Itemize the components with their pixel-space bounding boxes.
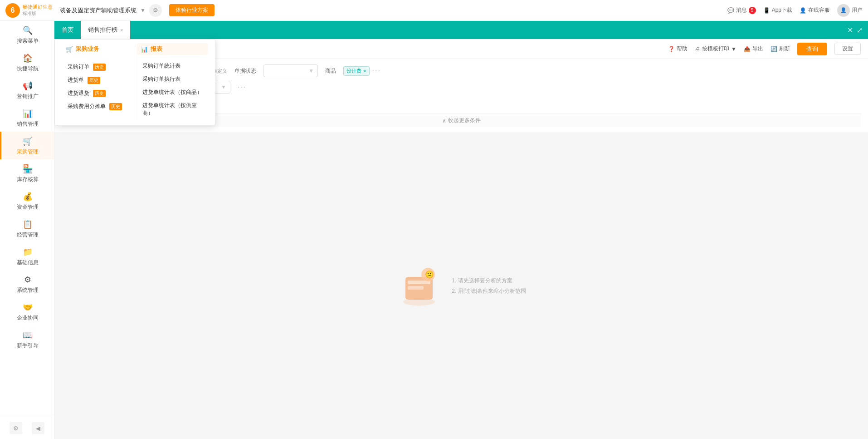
sidebar-item-collab[interactable]: 🤝 企业协同	[0, 298, 54, 326]
tab-expand-icon[interactable]: ⤢	[857, 26, 863, 35]
goods-more-dots[interactable]: ···	[372, 67, 381, 75]
refresh-icon: 🔄	[770, 46, 777, 52]
sidebar-item-inventory[interactable]: 🏪 库存核算	[0, 159, 54, 187]
system-icon: ⚙	[24, 275, 31, 285]
menu-item-stock-stats-goods[interactable]: 进货单统计表（按商品）	[141, 86, 204, 99]
sidebar-item-guide[interactable]: 📖 新手引导	[0, 326, 54, 353]
refresh-label: 刷新	[779, 45, 790, 53]
sidebar-item-finance[interactable]: 💰 资金管理	[0, 187, 54, 215]
sidebar-label-search: 搜索菜单	[17, 37, 39, 45]
tab-sales-ranking-label: 销售排行榜	[88, 26, 117, 34]
logo-area: 6 畅捷通好生意 标准版	[5, 3, 60, 18]
tab-home-label: 首页	[62, 26, 73, 34]
purchase-section-label: 采购业务	[76, 45, 99, 53]
user-item[interactable]: 👤 用户	[837, 4, 863, 17]
message-label: 消息	[736, 6, 747, 14]
system-dropdown-btn[interactable]: ▼	[140, 7, 146, 14]
menu-item-order-stats[interactable]: 采购订单统计表	[141, 59, 204, 73]
sidebar-item-operations[interactable]: 📋 经营管理	[0, 215, 54, 242]
message-badge: 5	[749, 7, 756, 14]
doc-status-select[interactable]: ▼	[263, 64, 318, 77]
purchase-section-icon: 🛒	[66, 46, 73, 53]
sidebar-label-basics: 基础信息	[17, 259, 39, 266]
sidebar-item-purchase[interactable]: 🛒 采购管理	[0, 132, 54, 159]
sidebar-collapse-btn[interactable]: ◀	[32, 422, 44, 434]
content-area: 首页 销售排行榜 × ✕ ⤢ ❓ 帮助 🖨 按模板打印 ▼	[54, 21, 868, 439]
help-button[interactable]: ❓ 帮助	[668, 45, 688, 53]
export-button[interactable]: 📤 导出	[744, 45, 763, 53]
logo-icon: 6	[5, 3, 20, 18]
menu-item-stock-stats-supplier[interactable]: 进货单统计表（按供应商）	[141, 99, 204, 120]
tab-sales-ranking[interactable]: 销售排行榜 ×	[81, 21, 130, 39]
order-stats-label: 采购订单统计表	[142, 62, 180, 70]
app-download-item[interactable]: 📱 App下载	[763, 6, 792, 14]
salesman-more-dots[interactable]: ···	[238, 83, 246, 91]
menu-item-stock-return[interactable]: 进货退货 历史	[66, 87, 129, 100]
report-section-title: 📊 报表	[137, 43, 208, 55]
refresh-button[interactable]: 🔄 刷新	[770, 45, 790, 53]
settings-button[interactable]: 设置	[834, 43, 861, 55]
user-label: 用户	[852, 6, 863, 14]
sidebar-item-nav[interactable]: 🏠 快捷导航	[0, 49, 54, 76]
logo-line2: 标准版	[23, 10, 53, 17]
empty-state-illustration: 😕	[396, 263, 442, 309]
report-section-label: 报表	[151, 45, 162, 53]
export-label: 导出	[752, 45, 763, 53]
menu-item-stock-in[interactable]: 进货单 历史	[66, 74, 129, 87]
sidebar-item-search[interactable]: 🔍 搜索菜单	[0, 21, 54, 49]
menu-item-purchase-order[interactable]: 采购订单 历史	[66, 60, 129, 74]
empty-state: 😕 请先选择要分析的方案 用[过滤]条件来缩小分析范围	[54, 133, 868, 439]
sidebar-label-inventory: 库存核算	[17, 176, 39, 183]
doc-status-label: 单据状态	[234, 67, 256, 75]
online-service-item[interactable]: 👤 在线客服	[800, 6, 830, 14]
app-download-label: App下载	[772, 6, 792, 14]
menu-item-order-exec[interactable]: 采购订单执行表	[141, 73, 204, 86]
sidebar: 🔍 搜索菜单 🏠 快捷导航 📢 营销推广 📊 销售管理 🛒 采购管理 🏪 库存核…	[0, 21, 54, 439]
sidebar-settings-btn[interactable]: ⚙	[10, 422, 22, 434]
sidebar-item-marketing[interactable]: 📢 营销推广	[0, 76, 54, 104]
print-button[interactable]: 🖨 按模板打印 ▼	[695, 45, 736, 53]
tab-close-action-icon[interactable]: ✕	[847, 26, 853, 35]
sidebar-item-system[interactable]: ⚙ 系统管理	[0, 270, 54, 298]
logo-text-block: 畅捷通好生意 标准版	[23, 4, 53, 16]
query-button[interactable]: 查询	[797, 43, 827, 55]
print-icon: 🖨	[695, 46, 700, 52]
stock-stats-goods-label: 进货单统计表（按商品）	[142, 89, 202, 96]
report-section: 📊 报表 采购订单统计表 采购订单执行表 进货单统计表（按商品） 进货单统计表（…	[135, 45, 210, 120]
menu-item-expense[interactable]: 采购费用分摊单 历史	[66, 100, 129, 113]
tab-home[interactable]: 首页	[54, 21, 81, 39]
stock-in-label: 进货单	[68, 76, 84, 84]
purchase-dropdown-overlay: 🛒 采购业务 采购订单 历史 进货单 历史 进货退货 历史	[54, 39, 215, 126]
marketing-icon: 📢	[23, 81, 33, 91]
sidebar-label-system: 系统管理	[17, 286, 39, 294]
top-header: 6 畅捷通好生意 标准版 装备及固定资产辅助管理系统 ▼ ⚙ 体验行业方案 💬 …	[0, 0, 868, 21]
purchase-icon: 🛒	[23, 136, 33, 146]
goods-tag-close[interactable]: ×	[363, 68, 366, 74]
sales-icon: 📊	[23, 109, 33, 118]
guide-icon: 📖	[23, 330, 33, 340]
nav-icon: 🏠	[23, 53, 33, 63]
goods-tag: 设计费 ×	[343, 66, 369, 76]
sidebar-label-finance: 资金管理	[17, 203, 39, 211]
sidebar-label-collab: 企业协同	[17, 314, 39, 322]
system-title-text: 装备及固定资产辅助管理系统	[60, 6, 137, 15]
tab-close-icon[interactable]: ×	[120, 27, 123, 33]
empty-illustration-svg: 😕	[396, 263, 442, 309]
main-layout: 🔍 搜索菜单 🏠 快捷导航 📢 营销推广 📊 销售管理 🛒 采购管理 🏪 库存核…	[0, 21, 868, 439]
sidebar-item-basics[interactable]: 📁 基础信息	[0, 242, 54, 270]
trial-button[interactable]: 体验行业方案	[169, 4, 215, 16]
sidebar-item-sales[interactable]: 📊 销售管理	[0, 104, 54, 132]
sidebar-label-marketing: 营销推广	[17, 93, 39, 100]
order-exec-label: 采购订单执行表	[142, 75, 180, 83]
stock-stats-supplier-label: 进货单统计表（按供应商）	[142, 102, 202, 117]
empty-tip-1: 请先选择要分析的方案	[458, 277, 527, 285]
sidebar-label-purchase: 采购管理	[17, 148, 39, 156]
online-service-icon: 👤	[800, 7, 806, 14]
system-settings-icon[interactable]: ⚙	[149, 4, 162, 17]
help-label: 帮助	[677, 45, 688, 53]
sidebar-label-operations: 经营管理	[17, 231, 39, 239]
print-dropdown-icon: ▼	[731, 46, 736, 52]
svg-rect-3	[408, 286, 424, 290]
message-icon-item[interactable]: 💬 消息 5	[727, 6, 756, 14]
stock-return-history-tag: 历史	[93, 90, 106, 97]
